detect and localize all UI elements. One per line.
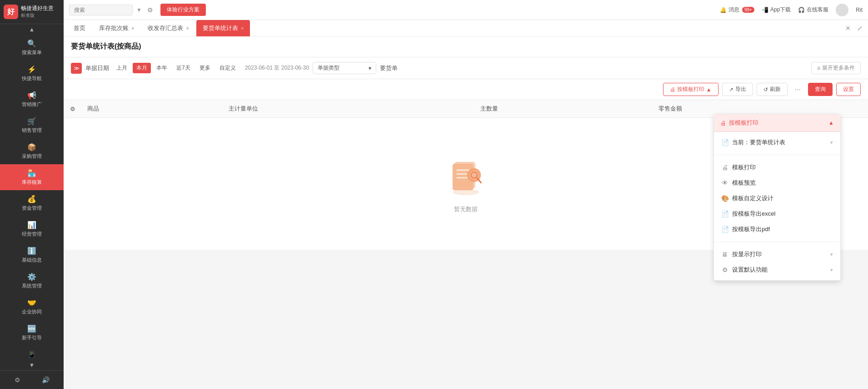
tab-receivable-summary-close[interactable]: × [186, 25, 189, 31]
tab-home[interactable]: 首页 [67, 20, 92, 36]
window-expand-btn[interactable]: ⤢ [855, 24, 864, 33]
print-template-dropdown: 🖨 按模板打印 ▲ 📄 当前：要货单统计表 ▾ 🖨 模板打印 [713, 114, 841, 281]
sound-btn[interactable]: 🔊 [40, 374, 51, 385]
svg-rect-5 [456, 177, 468, 178]
svg-rect-3 [456, 169, 469, 171]
sidebar-item-basic[interactable]: ℹ️ 基础信息 [0, 242, 64, 268]
dropdown-item-template-pdf-label: 按模板导出pdf [732, 225, 770, 233]
app-name: 畅捷通好生意 [21, 5, 54, 12]
refresh-label: 刷新 [770, 86, 781, 93]
settings-btn[interactable]: 设置 [836, 83, 861, 96]
col-unit: 主计量单位 [223, 100, 475, 118]
sidebar-scroll-up[interactable]: ▲ [0, 24, 64, 35]
date-opt-custom[interactable]: 自定义 [216, 63, 239, 73]
dropdown-collapse-arrow[interactable]: ▲ [828, 120, 834, 126]
sidebar-item-label: 搜索菜单 [22, 49, 42, 56]
sidebar-item-inventory[interactable]: 🏪 库存核算 [0, 164, 64, 190]
export-btn[interactable]: ↗ 导出 [722, 83, 753, 96]
sidebar-item-appstore[interactable]: 📱 应用中心 [0, 346, 64, 360]
col-quantity: 主数量 [475, 100, 653, 118]
sales-icon: 🛒 [27, 117, 36, 126]
date-opt-more[interactable]: 更多 [196, 63, 214, 73]
messages-btn[interactable]: 🔔 消息 99+ [720, 6, 754, 14]
tab-inventory-batch[interactable]: 库存批次账 × [93, 20, 140, 36]
operations-icon: 📊 [27, 221, 36, 229]
query-btn[interactable]: 查询 [808, 83, 833, 96]
dropdown-item-template-custom[interactable]: 🎨 模板自定义设计 [714, 191, 840, 206]
sidebar: 好 畅捷通好生意 标准版 ▲ 🔍 搜索菜单 ⚡ 快捷导航 📢 营销推广 🛒 销售… [0, 0, 64, 389]
sidebar-item-label: 快捷导航 [22, 75, 42, 82]
online-support-btn[interactable]: 🎧 在线客服 [798, 6, 828, 14]
dropdown-printer-icon: 🖨 [720, 120, 726, 126]
expand-conditions-btn[interactable]: ≡ 展开更多条件 [811, 62, 861, 74]
dropdown-item-template-preview[interactable]: 👁 模板预览 [714, 175, 840, 191]
date-range-text: 2023-06-01 至 2023-06-30 [245, 64, 309, 72]
sidebar-item-label: 企业协同 [22, 308, 42, 315]
topbar-search-input[interactable] [69, 5, 133, 15]
app-version: 标准版 [21, 12, 54, 19]
app-name-block: 畅捷通好生意 标准版 [21, 5, 54, 19]
tab-order-stats-close[interactable]: × [241, 25, 244, 31]
settings-btn[interactable]: ⚙ [13, 374, 22, 385]
sidebar-item-label: 资金管理 [22, 205, 42, 212]
inventory-icon: 🏪 [27, 169, 36, 177]
more-actions-btn[interactable]: ··· [791, 84, 804, 96]
empty-state-text: 暂无数据 [454, 205, 478, 213]
main-content: ▼ ⚙ 体验行业方案 🔔 消息 99+ 📲 App下载 🎧 在线客服 Rit 首… [64, 0, 868, 389]
date-options: 上月 本月 本年 近7天 更多 自定义 [113, 63, 239, 73]
filter-bar: ≫ 单据日期 上月 本月 本年 近7天 更多 自定义 2023-06-01 至 … [64, 57, 868, 79]
dropdown-display-print[interactable]: 🖥 按显示打印 ▾ [714, 247, 840, 262]
tab-order-stats[interactable]: 要货单统计表 × [196, 20, 250, 36]
sidebar-item-system[interactable]: ⚙️ 系统管理 [0, 268, 64, 294]
messages-label: 消息 [728, 6, 739, 14]
filter-expand-btn[interactable]: ≫ [71, 63, 82, 74]
sidebar-item-quick-nav[interactable]: ⚡ 快捷导航 [0, 61, 64, 86]
refresh-btn[interactable]: ↺ 刷新 [757, 83, 788, 96]
appstore-icon: 📱 [27, 350, 36, 359]
window-close-btn[interactable]: ✕ [843, 24, 853, 33]
tab-receivable-summary[interactable]: 收发存汇总表 × [141, 20, 195, 36]
dropdown-display-print-label: 按显示打印 [732, 250, 762, 258]
dropdown-item-template-excel[interactable]: 📄 按模板导出excel [714, 206, 840, 222]
sidebar-item-marketing[interactable]: 📢 营销推广 [0, 86, 64, 112]
app-download-btn[interactable]: 📲 App下载 [762, 6, 791, 14]
date-opt-current-year[interactable]: 本年 [153, 63, 171, 73]
sidebar-item-collab[interactable]: 🤝 企业协同 [0, 294, 64, 320]
sidebar-item-finance[interactable]: 💰 资金管理 [0, 190, 64, 216]
sidebar-scroll-down[interactable]: ▼ [0, 360, 64, 370]
sidebar-bottom: ⚙ 🔊 [0, 370, 64, 389]
sidebar-item-guide[interactable]: 🆕 新手引导 [0, 320, 64, 346]
set-default-icon: ⚙ [721, 266, 728, 273]
sidebar-item-label: 库存核算 [22, 179, 42, 186]
user-avatar[interactable] [836, 4, 848, 16]
trial-btn[interactable]: 体验行业方案 [160, 4, 206, 16]
template-preview-icon: 👁 [721, 179, 728, 187]
display-print-icon: 🖥 [721, 251, 728, 258]
doc-type-select[interactable]: 单据类型 ▾ [313, 62, 376, 74]
dropdown-item-template-print[interactable]: 🖨 模板打印 [714, 160, 840, 175]
date-opt-current-month[interactable]: 本月 [133, 63, 151, 73]
dropdown-current-template[interactable]: 📄 当前：要货单统计表 ▾ [714, 135, 840, 150]
sidebar-item-sales[interactable]: 🛒 销售管理 [0, 112, 64, 138]
sidebar-item-operations[interactable]: 📊 经营管理 [0, 216, 64, 242]
date-opt-prev-month[interactable]: 上月 [113, 63, 131, 73]
dropdown-set-default-label: 设置默认功能 [732, 266, 768, 274]
sidebar-item-label: 新手引导 [22, 334, 42, 341]
sidebar-item-search[interactable]: 🔍 搜索菜单 [0, 35, 64, 61]
sidebar-item-purchase[interactable]: 📦 采购管理 [0, 138, 64, 164]
dropdown-current-section: 📄 当前：要货单统计表 ▾ [714, 132, 840, 153]
print-template-btn[interactable]: 🖨 按模板打印 ▲ [663, 83, 718, 96]
tab-receivable-summary-label: 收发存汇总表 [148, 24, 183, 32]
topbar-gear-icon[interactable]: ⚙ [147, 6, 153, 14]
tab-inventory-batch-close[interactable]: × [131, 25, 134, 31]
col-settings[interactable]: ⚙ [64, 100, 82, 118]
col-product: 商品 [82, 100, 223, 118]
dropdown-set-default[interactable]: ⚙ 设置默认功能 ▾ [714, 262, 840, 278]
dropdown-item-template-pdf[interactable]: 📄 按模板导出pdf [714, 222, 840, 237]
date-opt-7days[interactable]: 近7天 [173, 63, 194, 73]
empty-state-icon [443, 154, 489, 200]
print-template-arrow: ▲ [706, 86, 712, 93]
topbar-dropdown-arrow[interactable]: ▼ [136, 7, 142, 13]
user-name[interactable]: Rit [856, 7, 863, 13]
search-icon: 🔍 [27, 39, 36, 48]
